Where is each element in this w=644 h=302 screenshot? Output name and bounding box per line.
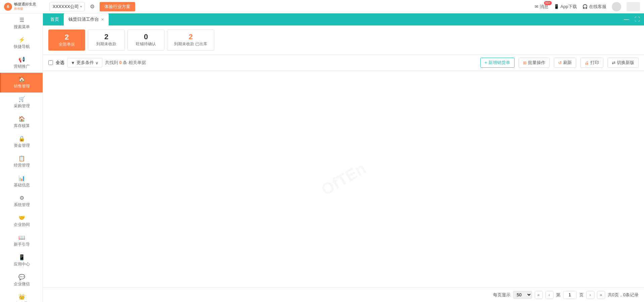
sidebar-item-app-center[interactable]: 📱 应用中心 — [0, 251, 43, 270]
sidebar-item-label: 采购管理 — [14, 103, 30, 109]
sidebar-item-sales[interactable]: 🏠 销售管理 — [0, 73, 43, 93]
stat-num-shipped: 2 — [189, 33, 193, 41]
sidebar-item-label: 搜索菜单 — [14, 24, 30, 30]
sidebar-item-cooperation[interactable]: 🤝 企业协同 — [0, 211, 43, 231]
messages-button[interactable]: ✉ 消息 99+ — [535, 4, 548, 10]
sidebar-item-label: 营销推广 — [14, 64, 30, 69]
company-selector[interactable]: XXXXXX公司 ▾ — [50, 2, 85, 11]
sidebar-item-search-menu[interactable]: ☰ 搜索菜单 — [0, 13, 43, 33]
sidebar-item-quick-nav[interactable]: ⚡ 快捷导航 — [0, 33, 43, 53]
stat-label-shipped: 到期未收款 已出库 — [174, 41, 207, 47]
new-sale-button[interactable]: + 新增销货单 — [480, 58, 515, 68]
sidebar-item-guide[interactable]: 📖 新手引导 — [0, 231, 43, 251]
refresh-button[interactable]: ↺ 刷新 — [554, 58, 576, 68]
sidebar-item-finance[interactable]: 🔒 资金管理 — [0, 132, 43, 152]
cooperation-icon: 🤝 — [18, 215, 25, 221]
page-input[interactable] — [563, 291, 577, 299]
app-center-icon: 📱 — [18, 254, 25, 260]
tab-bar-actions: — ⛶ — [623, 15, 641, 24]
top-header: 6 畅捷通好生意 标准版 XXXXXX公司 ▾ ⚙ 体验行业方案 ✉ 消息 99… — [0, 0, 644, 13]
first-page-button[interactable]: « — [535, 291, 543, 299]
wechat-icon: 💬 — [18, 274, 25, 280]
found-text: 共找到 0 条 相关单据 — [105, 60, 146, 66]
messages-badge: 99+ — [544, 1, 552, 5]
sidebar-item-label: 系统管理 — [14, 202, 30, 208]
stat-card-overdue[interactable]: 2 到期未收款 — [88, 29, 125, 51]
stat-num-pending: 0 — [144, 33, 148, 41]
sidebar-item-label: 新手引导 — [14, 242, 30, 247]
table-area: OfTEn — [43, 71, 644, 287]
sidebar-item-wechat[interactable]: 💬 企业微信 — [0, 270, 43, 290]
online-service-label: 在线客服 — [589, 4, 606, 10]
main-content: 首页 钱货日清工作台 ✕ — ⛶ 2 全部单据 2 到期未收款 0 — [43, 13, 644, 302]
switch-label: 切换新版 — [617, 60, 634, 66]
purchase-icon: 🛒 — [18, 96, 25, 102]
stat-label-overdue: 到期未收款 — [96, 41, 116, 47]
tab-home[interactable]: 首页 — [46, 13, 64, 25]
switch-version-button[interactable]: ⇄ 切换新版 — [607, 58, 639, 68]
logo-sub: 标准版 — [14, 7, 36, 11]
sidebar-item-operations[interactable]: 📋 经营管理 — [0, 152, 43, 172]
watermark: OfTEn — [318, 159, 369, 199]
app-download-label: App下载 — [560, 4, 577, 10]
inventory-icon: 🏠 — [18, 116, 25, 122]
sidebar-item-basic-info[interactable]: 📊 基础信息 — [0, 172, 43, 191]
per-page-label: 每页显示 — [493, 292, 511, 298]
refresh-icon: ↺ — [558, 60, 562, 65]
prev-page-button[interactable]: ‹ — [545, 291, 553, 299]
per-page-select[interactable]: 50 10 20 100 — [513, 291, 532, 299]
message-icon: ✉ — [535, 4, 538, 9]
batch-op-button[interactable]: ⊞ 批量操作 — [519, 58, 550, 68]
app-download-button[interactable]: 📱 App下载 — [554, 4, 577, 10]
select-all-checkbox[interactable] — [48, 60, 53, 65]
sales-icon: 🏠 — [18, 76, 25, 82]
sidebar-item-label: 资金管理 — [14, 143, 30, 148]
next-page-button[interactable]: › — [586, 291, 594, 299]
stat-card-shipped[interactable]: 2 到期未收款 已出库 — [167, 29, 214, 51]
sidebar-item-system[interactable]: ⚙ 系统管理 — [0, 191, 43, 211]
sidebar: ☰ 搜索菜单 ⚡ 快捷导航 📢 营销推广 🏠 销售管理 🛒 采购管理 🏠 库存核… — [0, 13, 43, 302]
print-icon: 🖨 — [585, 60, 589, 65]
sidebar-item-purchase[interactable]: 🛒 采购管理 — [0, 93, 43, 112]
sidebar-item-marketing[interactable]: 📢 营销推广 — [0, 53, 43, 73]
total-text: 共0页，0条记录 — [608, 292, 639, 298]
sidebar-item-member[interactable]: 👑 畅会员 — [0, 290, 43, 302]
tab-workbench[interactable]: 钱货日清工作台 ✕ — [64, 13, 109, 25]
tab-close-icon[interactable]: ✕ — [101, 17, 104, 22]
refresh-label: 刷新 — [563, 60, 572, 66]
stat-card-all[interactable]: 2 全部单据 — [48, 29, 85, 51]
basic-info-icon: 📊 — [18, 175, 25, 181]
chevron-down-icon: ∨ — [95, 60, 99, 65]
print-button[interactable]: 🖨 打印 — [580, 58, 603, 68]
member-icon: 👑 — [18, 294, 25, 300]
page-label-end: 页 — [579, 292, 584, 298]
sidebar-item-label: 经营管理 — [14, 163, 30, 168]
header-right: ✉ 消息 99+ 📱 App下载 🎧 在线客服 — [535, 2, 640, 11]
sidebar-item-label: 销售管理 — [14, 83, 30, 89]
avatar[interactable] — [612, 2, 621, 11]
operations-icon: 📋 — [18, 155, 25, 162]
chevron-down-icon: ▾ — [80, 5, 82, 8]
last-page-button[interactable]: » — [597, 291, 605, 299]
avatar-placeholder — [627, 2, 640, 11]
sidebar-item-label: 应用中心 — [14, 261, 30, 267]
stat-card-pending[interactable]: 0 旺铺待确认 — [127, 29, 164, 51]
search-menu-icon: ☰ — [19, 17, 24, 23]
app-body: ☰ 搜索菜单 ⚡ 快捷导航 📢 营销推广 🏠 销售管理 🛒 采购管理 🏠 库存核… — [0, 13, 644, 302]
more-conditions-label: 更多条件 — [76, 60, 94, 66]
pagination-bar: 每页显示 50 10 20 100 « ‹ 第 页 › » 共0页，0条记录 — [43, 287, 644, 302]
stat-label-pending: 旺铺待确认 — [136, 41, 156, 47]
settings-icon[interactable]: ⚙ — [88, 2, 97, 11]
sidebar-item-inventory[interactable]: 🏠 库存核算 — [0, 112, 43, 132]
trial-button[interactable]: 体验行业方案 — [100, 2, 135, 11]
logo-icon: 6 — [4, 3, 12, 11]
tab-expand-button[interactable]: ⛶ — [633, 15, 641, 24]
guide-icon: 📖 — [18, 234, 25, 241]
download-icon: 📱 — [554, 4, 559, 9]
select-all-label: 全选 — [56, 60, 64, 66]
tab-minimize-button[interactable]: — — [623, 15, 631, 24]
online-service-button[interactable]: 🎧 在线客服 — [582, 4, 606, 10]
batch-op-label: 批量操作 — [528, 60, 545, 66]
more-conditions-button[interactable]: ▼ 更多条件 ∨ — [67, 58, 102, 67]
sidebar-item-label: 快捷导航 — [14, 44, 30, 50]
